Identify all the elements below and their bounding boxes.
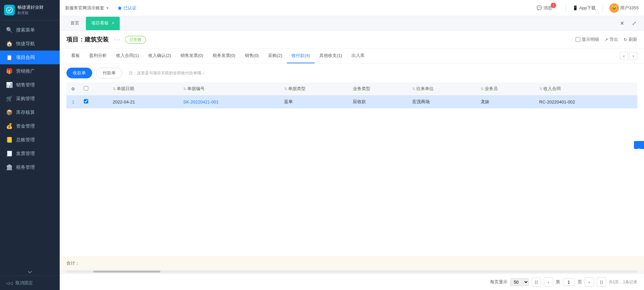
show-detail-checkbox[interactable] — [576, 37, 580, 42]
sidebar-scroll — [0, 268, 60, 276]
sidebar-item-inventory[interactable]: 📦库存核算 — [0, 105, 60, 119]
project-more-icon[interactable]: ··· — [114, 36, 121, 43]
sidebar-item-tax[interactable]: 🏛️税务管理 — [0, 160, 60, 174]
pagination: 每页显示 50 10 20 100 ⟨⟨ ‹ 第 页 › ⟩⟩ 共1页，1条记录 — [60, 274, 644, 290]
sidebar-item-funds[interactable]: 💰资金管理 — [0, 119, 60, 133]
tab-project-board[interactable]: 项目看板 × — [86, 17, 120, 30]
app-logo — [4, 5, 15, 15]
sub-tab-income-confirm[interactable]: 收入确认(2) — [144, 49, 176, 63]
number-header-label: 单据编号 — [187, 86, 205, 91]
account-name: 新服务官网演示账套 — [65, 5, 104, 11]
user-label: 用户3355 — [620, 5, 639, 11]
sub-tab-sales-invoice[interactable]: 销售发票(0) — [176, 49, 208, 63]
date-header[interactable]: 单据日期 — [109, 82, 179, 95]
row-number-link[interactable]: SK-20220421-001 — [183, 99, 219, 104]
page-unit: 页 — [578, 279, 582, 285]
tab-project-board-label: 项目看板 — [91, 20, 109, 25]
feedback-button[interactable]: 意见反馈 — [634, 141, 644, 149]
settings-icon[interactable]: ⚙ — [71, 86, 75, 91]
export-button[interactable]: ↗ 导出 — [604, 37, 618, 43]
type-header[interactable]: 单据类型 — [280, 82, 349, 95]
show-detail-action[interactable]: 显示明细 — [576, 37, 599, 43]
page-size-select[interactable]: 50 10 20 100 — [510, 278, 529, 286]
sidebar-item-label: 搜索菜单 — [16, 27, 35, 33]
scrollbar-area — [60, 270, 644, 274]
table-row[interactable]: 1 2022-04-21 SK-20220421-001 蓝单 应收款 宏茂商场… — [66, 95, 637, 108]
page-content: 项目：建筑安装 ··· 已生效 显示明细 ↗ 导出 ↻ 刷新 — [60, 31, 644, 290]
user-profile[interactable]: 🐱 用户3355 — [609, 3, 639, 13]
account-selector[interactable]: 新服务官网演示账套 ▼ — [65, 5, 109, 11]
sub-tab-income-contract[interactable]: 收入合同(1) — [111, 49, 144, 63]
sidebar-item-label: 总账管理 — [16, 137, 35, 143]
sidebar-item-label: 销售管理 — [16, 82, 35, 88]
sidebar-footer[interactable]: ◁◁ 取消固定 — [0, 276, 60, 290]
partner-header-label: 往来单位 — [416, 86, 434, 91]
project-name: 建筑安装 — [85, 36, 109, 43]
app-download-button[interactable]: 📱 App下载 — [573, 5, 596, 11]
sidebar-item-purchase[interactable]: 🛒采购管理 — [0, 92, 60, 105]
row-biz-type: 应收款 — [349, 95, 408, 108]
receipt-filter-button[interactable]: 收款单 — [66, 68, 92, 78]
search-icon: 🔍 — [6, 27, 13, 33]
sidebar-item-sales[interactable]: 📊销售管理 — [0, 78, 60, 92]
checkbox-header[interactable] — [80, 82, 109, 95]
row-select-checkbox[interactable] — [84, 99, 88, 103]
sub-tab-warehouse[interactable]: 出入库 — [347, 49, 369, 63]
sidebar-item-contract[interactable]: 📋项目合同 — [0, 51, 60, 64]
tab-home[interactable]: 首页 — [65, 17, 85, 30]
app-name: 畅捷通好业财 — [17, 5, 44, 10]
sub-tabs-prev-button[interactable]: ‹ — [620, 52, 628, 60]
sub-tab-tax-invoice[interactable]: 税务发票(0) — [208, 49, 240, 63]
select-all-checkbox[interactable] — [84, 86, 88, 90]
show-detail-label: 显示明细 — [582, 37, 599, 43]
sidebar-item-shortcut[interactable]: 🏠快捷导航 — [0, 37, 60, 51]
number-header[interactable]: 单据编号 — [179, 82, 280, 95]
tab-close-icon[interactable]: × — [112, 21, 114, 25]
project-label-prefix: 项目： — [66, 36, 85, 43]
app-edition: 标准版 — [17, 10, 44, 15]
next-page-button[interactable]: › — [585, 277, 594, 287]
topbar: 新服务官网演示账套 ▼ 已认证 💬 消息 1 📱 App下载 🐱 用户3 — [60, 0, 644, 16]
close-window-button[interactable]: ✕ — [617, 19, 627, 28]
total-label: 合计： — [66, 260, 79, 266]
settings-header[interactable]: ⚙ — [66, 82, 80, 95]
maximize-window-button[interactable]: ⤢ — [629, 19, 639, 28]
sub-tab-kanban[interactable]: 看板 — [66, 49, 85, 63]
row-number[interactable]: SK-20220421-001 — [179, 95, 280, 108]
export-icon: ↗ — [604, 37, 608, 42]
type-header-label: 单据类型 — [288, 86, 306, 91]
prev-page-button[interactable]: ‹ — [544, 277, 553, 287]
income-contract-header[interactable]: 收入合同 — [535, 82, 637, 95]
sub-tab-receipt[interactable]: 收付款(4) — [287, 49, 315, 63]
row-checkbox[interactable] — [80, 95, 109, 108]
sidebar-item-search[interactable]: 🔍搜索菜单 — [0, 23, 60, 37]
sidebar-item-invoice[interactable]: 🧾发票管理 — [0, 147, 60, 160]
page-input[interactable] — [563, 279, 575, 286]
sub-tabs-next-button[interactable]: › — [629, 52, 637, 60]
salesman-header[interactable]: 业务员 — [477, 82, 535, 95]
sub-tab-purchase[interactable]: 采购(2) — [263, 49, 287, 63]
date-header-label: 单据日期 — [117, 86, 134, 91]
last-page-button[interactable]: ⟩⟩ — [597, 277, 606, 287]
sub-tab-other-expense[interactable]: 其他收支(1) — [315, 49, 347, 63]
page-total: 共1页，1条记录 — [609, 279, 637, 285]
partner-header[interactable]: 往来单位 — [408, 82, 477, 95]
sub-tab-profit[interactable]: 盈利分析 — [85, 49, 111, 63]
message-button[interactable]: 💬 消息 1 — [537, 5, 559, 11]
first-page-button[interactable]: ⟨⟨ — [532, 277, 541, 287]
scrollbar-track[interactable] — [66, 271, 637, 273]
refresh-button[interactable]: ↻ 刷新 — [624, 37, 637, 43]
sidebar-item-ledger[interactable]: 📒总账管理 — [0, 133, 60, 147]
project-status-badge: 已生效 — [125, 36, 146, 44]
sidebar-item-marketing[interactable]: 🎁营销推广 — [0, 64, 60, 78]
scrollbar-thumb[interactable] — [93, 271, 160, 273]
marketing-icon: 🎁 — [6, 68, 13, 74]
receipt-table: ⚙ 单据日期 单据编号 单据类型 — [66, 82, 637, 108]
sub-tabs-nav: ‹ › — [620, 52, 637, 60]
row-date: 2022-04-21 — [109, 95, 179, 108]
payment-filter-button[interactable]: 付款单 — [96, 68, 122, 78]
ledger-icon: 📒 — [6, 137, 13, 143]
sales-icon: 📊 — [6, 82, 13, 88]
sub-tab-sales[interactable]: 销售(0) — [240, 49, 264, 63]
filter-note: 注：这里是与项目关联的全部收付款单哦～ — [129, 70, 205, 76]
